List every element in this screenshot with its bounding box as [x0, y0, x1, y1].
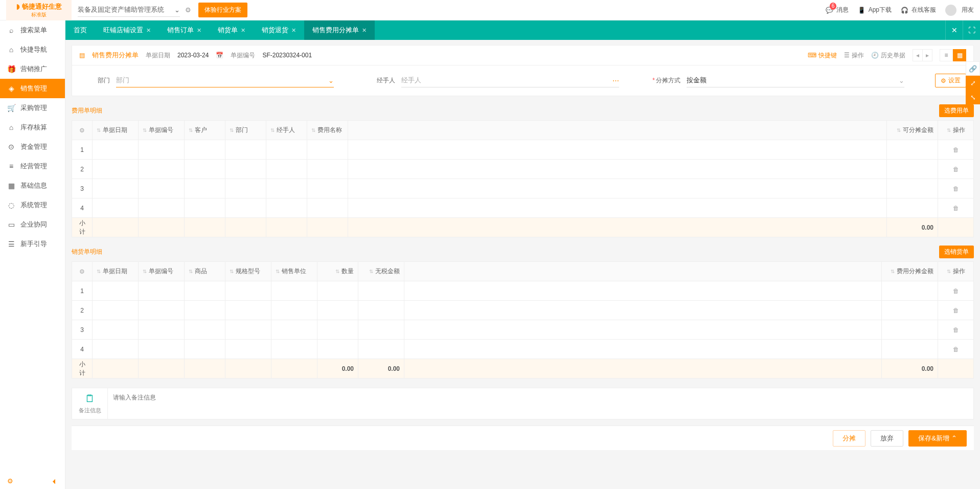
sidebar-item[interactable]: ▦基础信息	[0, 176, 65, 195]
tab[interactable]: 销售费用分摊单✕	[304, 20, 375, 40]
delete-icon[interactable]: 🗑	[938, 198, 974, 218]
col-header[interactable]: ⇅规格型号	[225, 262, 271, 281]
tab[interactable]: 首页	[65, 20, 95, 40]
table-row[interactable]: 2🗑	[72, 160, 974, 179]
online-service-link[interactable]: 🎧在线客服	[901, 6, 936, 14]
tab-expand[interactable]: ⛶	[963, 20, 980, 40]
gear-icon[interactable]: ⚙	[79, 127, 85, 134]
delete-icon[interactable]: 🗑	[938, 301, 974, 320]
tab[interactable]: 旺铺店铺设置✕	[95, 20, 159, 40]
sidebar-item[interactable]: ▭企业协同	[0, 215, 65, 234]
prev-doc[interactable]: ◂	[913, 50, 923, 61]
col-header[interactable]: ⚙	[72, 262, 93, 281]
select-fee-button[interactable]: 选费用单	[939, 104, 974, 117]
col-header[interactable]: ⇅数量	[317, 262, 358, 281]
expand2-icon[interactable]: ⤡	[966, 90, 980, 104]
col-header[interactable]: ⇅商品	[185, 262, 225, 281]
dept-select[interactable]: 部门⌄	[116, 74, 334, 87]
close-icon[interactable]: ✕	[197, 27, 201, 34]
delete-icon[interactable]: 🗑	[938, 340, 974, 359]
messages-link[interactable]: 💬 6 消息	[826, 6, 849, 14]
col-header[interactable]: ⚙	[72, 121, 93, 140]
sidebar-item[interactable]: 🎁营销推广	[0, 59, 65, 79]
config-button[interactable]: ⚙ 设置	[935, 74, 966, 87]
col-header[interactable]: ⇅可分摊金额	[887, 121, 938, 140]
table-row[interactable]: 4🗑	[72, 198, 974, 218]
table-row[interactable]: 3🗑	[72, 320, 974, 340]
table-row[interactable]: 1🗑	[72, 140, 974, 160]
col-header[interactable]: ⇅部门	[225, 121, 266, 140]
table-row[interactable]: 3🗑	[72, 179, 974, 198]
method-select[interactable]: 按金额⌄	[687, 74, 904, 87]
user-menu[interactable]: 用友	[945, 5, 974, 16]
gear-icon[interactable]: ⚙	[79, 268, 85, 275]
sidebar-item[interactable]: ☰新手引导	[0, 234, 65, 254]
delete-icon[interactable]: 🗑	[938, 160, 974, 179]
sidebar-item[interactable]: ◌系统管理	[0, 195, 65, 215]
sidebar-item[interactable]: ⌕搜索菜单	[0, 20, 65, 40]
close-icon[interactable]: ✕	[146, 27, 151, 34]
delete-icon[interactable]: 🗑	[938, 281, 974, 301]
col-header[interactable]: ⇅操作	[938, 121, 974, 140]
date-value[interactable]: 2023-03-24	[177, 52, 209, 59]
tab[interactable]: 销货单✕	[210, 20, 254, 40]
history-link[interactable]: 🕘 历史单据	[871, 51, 905, 60]
collapse-icon[interactable]: ⏴	[51, 477, 58, 485]
sidebar-item-label: 快捷导航	[20, 45, 47, 54]
discard-button[interactable]: 放弃	[871, 430, 903, 447]
table-row[interactable]: 1🗑	[72, 281, 974, 301]
sort-icon: ⇅	[369, 269, 373, 274]
close-icon[interactable]: ✕	[362, 27, 367, 34]
col-header[interactable]: ⇅费用名称	[307, 121, 348, 140]
tab[interactable]: 销货退货✕	[254, 20, 304, 40]
remark-input[interactable]	[108, 388, 973, 419]
allocate-button[interactable]: 分摊	[833, 430, 865, 447]
select-sale-button[interactable]: 选销货单	[939, 246, 974, 258]
view-form[interactable]: ▦	[953, 49, 966, 61]
attach-icon[interactable]: 🔗	[966, 61, 980, 76]
sidebar-item-label: 基础信息	[20, 181, 47, 190]
col-header[interactable]: ⇅经手人	[266, 121, 307, 140]
sidebar-item[interactable]: 🛒采购管理	[0, 98, 65, 118]
close-icon[interactable]: ✕	[291, 27, 296, 34]
close-icon[interactable]: ✕	[241, 27, 245, 34]
table-row[interactable]: 2🗑	[72, 301, 974, 320]
experience-button[interactable]: 体验行业方案	[198, 3, 247, 17]
right-float: 🔗 ⤢ ⤡	[966, 61, 980, 104]
col-header[interactable]	[404, 262, 882, 281]
expand-icon[interactable]: ⤢	[966, 76, 980, 90]
col-header[interactable]: ⇅单据日期	[93, 121, 139, 140]
settings-icon[interactable]: ⚙	[7, 477, 13, 485]
col-header[interactable]	[348, 121, 887, 140]
app-download-link[interactable]: 📱App下载	[858, 6, 892, 14]
col-header[interactable]: ⇅单据日期	[93, 262, 139, 281]
system-selector[interactable]: 装备及固定资产辅助管理系统⌄	[78, 3, 180, 17]
next-doc[interactable]: ▸	[923, 50, 932, 61]
gear-icon[interactable]: ⚙	[185, 6, 191, 14]
col-header[interactable]: ⇅费用分摊金额	[882, 262, 938, 281]
sidebar-item[interactable]: ⌂库存核算	[0, 118, 65, 137]
sidebar-item[interactable]: ◈销售管理	[0, 79, 65, 98]
col-header[interactable]: ⇅操作	[938, 262, 974, 281]
delete-icon[interactable]: 🗑	[938, 140, 974, 160]
col-header[interactable]: ⇅销售单位	[271, 262, 317, 281]
col-header[interactable]: ⇅单据编号	[139, 121, 185, 140]
col-header[interactable]: ⇅单据编号	[139, 262, 185, 281]
sort-icon: ⇅	[189, 127, 193, 133]
sidebar-item[interactable]: ≡经营管理	[0, 157, 65, 176]
sidebar-item[interactable]: ⊙资金管理	[0, 137, 65, 157]
tab-close-all[interactable]: ✕	[945, 20, 963, 40]
col-header[interactable]: ⇅客户	[185, 121, 225, 140]
delete-icon[interactable]: 🗑	[938, 179, 974, 198]
operations-link[interactable]: ☰ 操作	[844, 51, 864, 60]
delete-icon[interactable]: 🗑	[938, 320, 974, 340]
shortcut-link[interactable]: ⌨ 快捷键	[808, 51, 837, 60]
col-header[interactable]: ⇅无税金额	[358, 262, 404, 281]
handler-select[interactable]: 经手人⋯	[401, 74, 619, 87]
calendar-icon[interactable]: 📅	[216, 52, 223, 59]
save-button[interactable]: 保存&新增⌃	[908, 430, 967, 447]
sidebar-item[interactable]: ⌂快捷导航	[0, 40, 65, 59]
tab[interactable]: 销售订单✕	[159, 20, 210, 40]
view-list[interactable]: ≡	[940, 49, 953, 61]
table-row[interactable]: 4🗑	[72, 340, 974, 359]
